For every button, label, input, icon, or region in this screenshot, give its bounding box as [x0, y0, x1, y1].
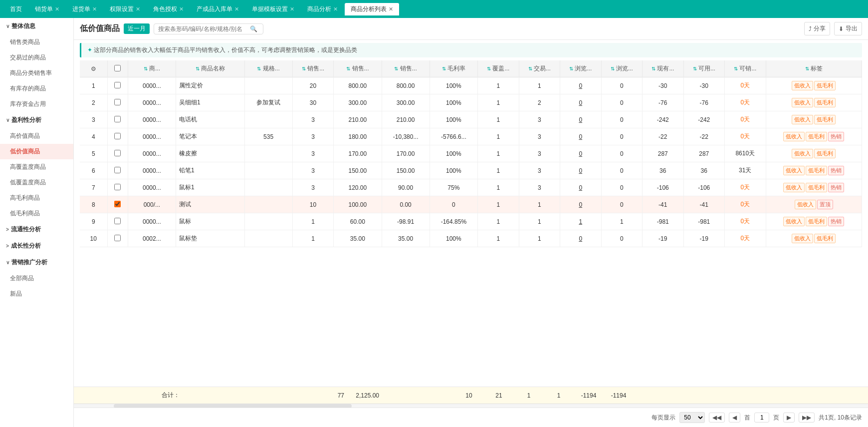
page-size-select[interactable]: 50 100 200	[679, 412, 705, 423]
nav-item-role[interactable]: 角色授权 ✕	[147, 3, 190, 15]
row-browse2: 0	[601, 179, 643, 196]
row-tags: 低收入低毛利	[766, 94, 862, 111]
row-checkbox[interactable]	[114, 150, 121, 156]
browse-link[interactable]: 0	[579, 150, 582, 157]
row-checkbox[interactable]	[114, 218, 121, 224]
sidebar-item-sales-products[interactable]: 销售类商品	[0, 34, 73, 50]
table-row: 1 0000... 属性定价 20 800.00 800.00 100% 1 1…	[80, 77, 862, 94]
total-label: 合计：	[80, 391, 190, 400]
sidebar-item-new-products[interactable]: 新品	[0, 286, 73, 302]
browse-link[interactable]: 0	[579, 201, 582, 208]
select-all-checkbox[interactable]	[114, 65, 121, 71]
nav-item-product-entry[interactable]: 产成品入库单 ✕	[191, 3, 245, 15]
sidebar-group-flow[interactable]: > 流通性分析	[0, 221, 73, 238]
nav-item-permission[interactable]: 权限设置 ✕	[104, 3, 146, 15]
nav-item-sales[interactable]: 销货单 ✕	[29, 3, 65, 15]
tag-label: 低毛利	[806, 183, 827, 192]
nav-item-analysis-list[interactable]: 商品分析列表 ✕	[345, 3, 399, 15]
table-row: 4 0000... 笔记本 535 3 180.00 -10,380... -5…	[80, 128, 862, 145]
nav-item-home[interactable]: 首页	[4, 3, 28, 15]
row-sale-qty: 1	[292, 230, 334, 247]
sidebar-item-category-sales-rate[interactable]: 商品分类销售率	[0, 65, 73, 81]
browse-link[interactable]: 0	[579, 99, 582, 106]
sidebar-item-low-margin[interactable]: 低毛利商品	[0, 206, 73, 221]
row-stock: 36	[643, 162, 684, 179]
nav-item-template[interactable]: 单据模板设置 ✕	[246, 3, 300, 15]
row-checkbox[interactable]	[114, 167, 121, 173]
nav-item-purchase[interactable]: 进货单 ✕	[66, 3, 103, 15]
browse-link[interactable]: 0	[579, 184, 582, 191]
browse-link[interactable]: 0	[579, 82, 582, 89]
nav-close-product-analysis[interactable]: ✕	[333, 6, 338, 12]
browse-link[interactable]: 1	[579, 218, 582, 225]
row-spec: 参加复试	[244, 94, 292, 111]
first-page-button[interactable]: ◀◀	[709, 413, 725, 423]
sidebar-item-traded-products[interactable]: 交易过的商品	[0, 50, 73, 65]
row-name: 电话机	[176, 111, 245, 128]
sidebar-item-stocked-products[interactable]: 有库存的商品	[0, 81, 73, 96]
nav-close-sales[interactable]: ✕	[55, 6, 59, 12]
period-tag[interactable]: 近一月	[124, 23, 150, 34]
sidebar-item-low-coverage[interactable]: 低覆盖度商品	[0, 175, 73, 190]
next-page-button[interactable]: ▶	[783, 413, 795, 423]
row-checkbox[interactable]	[114, 235, 121, 241]
row-checkbox[interactable]	[114, 116, 121, 122]
nav-close-permission[interactable]: ✕	[136, 6, 140, 12]
row-checkbox[interactable]	[114, 82, 121, 88]
row-name: 属性定价	[176, 77, 245, 94]
share-button[interactable]: ⤴ 分享	[804, 22, 830, 35]
row-stock: -30	[643, 77, 684, 94]
row-checkbox[interactable]	[114, 201, 121, 207]
row-checkbox[interactable]	[114, 184, 121, 190]
sidebar-group-overall[interactable]: ∨ 整体信息	[0, 18, 73, 34]
sidebar-item-all-products[interactable]: 全部商品	[0, 271, 73, 286]
row-select	[107, 162, 128, 179]
row-select	[107, 213, 128, 230]
total-browse1: 1	[514, 392, 544, 399]
sidebar-group-growth[interactable]: > 成长性分析	[0, 238, 73, 254]
nav-close-analysis-list[interactable]: ✕	[389, 6, 393, 12]
row-browse1: 0	[560, 179, 602, 196]
browse-link[interactable]: 0	[579, 116, 582, 123]
prev-page-button[interactable]: ◀	[729, 413, 740, 423]
row-browse2: 0	[601, 196, 643, 213]
export-button[interactable]: ⬇ 导出	[834, 22, 862, 35]
row-days: 0天	[740, 116, 750, 123]
row-spec	[244, 179, 292, 196]
sidebar-item-stock-capital[interactable]: 库存资金占用	[0, 96, 73, 112]
row-sale-amt2: 0.00	[382, 196, 430, 213]
sidebar-group-marketing[interactable]: ∨ 营销推广分析	[0, 254, 73, 271]
page-info-label: 首	[744, 414, 750, 422]
browse-link[interactable]: 0	[579, 133, 582, 140]
nav-close-role[interactable]: ✕	[179, 6, 184, 12]
nav-close-template[interactable]: ✕	[290, 6, 294, 12]
row-select	[107, 77, 128, 94]
search-icon[interactable]: 🔍	[250, 25, 257, 32]
row-margin: 100%	[430, 230, 477, 247]
page-number-input[interactable]	[754, 413, 769, 423]
col-settings[interactable]: ⚙	[80, 60, 107, 77]
row-sale-amt1: 120.00	[334, 179, 382, 196]
browse-link[interactable]: 0	[579, 235, 582, 242]
row-checkbox[interactable]	[114, 133, 121, 139]
browse-link[interactable]: 0	[579, 167, 582, 174]
sidebar-item-high-coverage[interactable]: 高覆盖度商品	[0, 159, 73, 175]
tag-label: 低收入	[792, 234, 813, 243]
table-row: 10 0002... 鼠标垫 1 35.00 35.00 100% 1 1 0 …	[80, 230, 862, 247]
nav-close-product-entry[interactable]: ✕	[234, 6, 239, 12]
nav-item-product-analysis[interactable]: 商品分析 ✕	[301, 3, 344, 15]
search-input[interactable]	[158, 25, 248, 32]
last-page-button[interactable]: ▶▶	[799, 413, 815, 423]
nav-close-purchase[interactable]: ✕	[92, 6, 97, 12]
sidebar-item-high-margin[interactable]: 高毛利商品	[0, 190, 73, 206]
row-checkbox[interactable]	[114, 99, 121, 105]
page-suffix-label: 页	[773, 414, 779, 422]
sidebar-item-high-value[interactable]: 高价值商品	[0, 128, 73, 144]
row-coverage: 1	[478, 213, 519, 230]
sidebar-group-profit[interactable]: ∨ 盈利性分析	[0, 112, 73, 128]
sidebar-item-low-value[interactable]: 低价值商品	[0, 144, 73, 159]
col-browse1: ⇅ 浏览...	[560, 60, 602, 77]
row-spec	[244, 111, 292, 128]
row-browse1: 0	[560, 162, 602, 179]
row-saleable: 8610天	[725, 145, 766, 162]
